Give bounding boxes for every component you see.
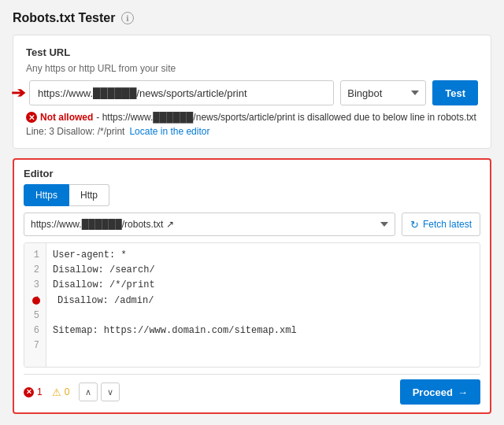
proceed-arrow-icon: → [458, 386, 468, 398]
code-content[interactable]: User-agent: * Disallow: /search/ Disallo… [46, 243, 480, 367]
page-title: Robots.txt Tester [13, 11, 115, 25]
tab-https[interactable]: Https [24, 184, 69, 206]
info-icon[interactable]: ℹ [121, 12, 134, 24]
editor-label: Editor [24, 168, 480, 179]
arrow-indicator: ➔ [11, 84, 25, 102]
code-line-4: Disallow: /admin/ [53, 294, 473, 309]
code-line-2: Disallow: /search/ [53, 263, 473, 278]
code-line-6: Sitemap: https://www.domain.com/sitemap.… [53, 323, 473, 338]
fetch-icon: ↻ [410, 219, 419, 231]
editor-url-select[interactable]: https://www.██████/robots.txt ↗ [24, 213, 395, 236]
test-url-sublabel: Any https or http URL from your site [26, 63, 478, 74]
not-allowed-badge: ✕ Not allowed [26, 112, 93, 123]
code-line-5 [53, 309, 473, 323]
editor-section: Editor Https Http https://www.██████/rob… [13, 158, 491, 414]
warning-count: ⚠ 0 [52, 386, 70, 398]
nav-down-button[interactable]: ∨ [101, 382, 120, 401]
proceed-button[interactable]: Proceed → [400, 379, 480, 405]
nav-up-button[interactable]: ∧ [79, 382, 98, 401]
code-editor: 1 2 3 4 5 6 7 User-agent: * Disallow: /s… [24, 242, 480, 368]
status-bar: ✕ 1 ⚠ 0 ∧ ∨ Proceed → [24, 374, 480, 405]
code-line-7 [53, 338, 473, 353]
error-count: ✕ 1 [24, 386, 43, 397]
warning-icon: ⚠ [52, 386, 61, 398]
code-line-3: Disallow: /*/print [53, 278, 473, 293]
code-line-1: User-agent: * [53, 248, 473, 263]
locate-in-editor-link[interactable]: Locate in the editor [129, 126, 209, 137]
url-input[interactable] [29, 80, 334, 105]
test-url-label: Test URL [26, 46, 478, 58]
tab-http[interactable]: Http [69, 184, 109, 206]
disallow-line: Line: 3 Disallow: /*/print Locate in the… [26, 126, 478, 137]
nav-buttons: ∧ ∨ [79, 382, 120, 401]
error-dot-icon [32, 297, 40, 305]
fetch-latest-button[interactable]: ↻ Fetch latest [402, 213, 480, 236]
error-circle-icon: ✕ [26, 112, 37, 123]
bot-select[interactable]: BingbotGooglebotYahoo! Slurp [340, 80, 426, 105]
line-numbers: 1 2 3 4 5 6 7 [24, 243, 46, 367]
result-text: - https://www.██████/news/sports/article… [96, 112, 476, 123]
test-button[interactable]: Test [432, 80, 478, 105]
test-url-section: Test URL Any https or http URL from your… [13, 35, 491, 149]
editor-tabs: Https Http [24, 184, 480, 206]
status-error-icon: ✕ [24, 387, 34, 397]
